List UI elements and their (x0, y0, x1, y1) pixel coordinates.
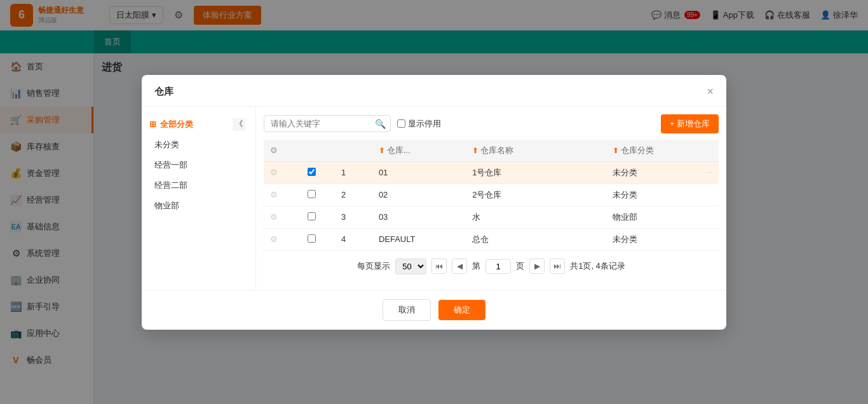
row-category-cell: 未分类 (606, 228, 719, 250)
tree-item-ops2[interactable]: 经营二部 (142, 175, 255, 196)
table-body: ⚙ 1 01 1号仓库 未分类··· ⚙ 2 02 2号仓库 未分类 ⚙ 3 0… (264, 161, 719, 250)
last-page-button[interactable]: ⏭ (550, 259, 565, 274)
table-row[interactable]: ⚙ 3 03 水 物业部 (264, 206, 719, 228)
page-input[interactable] (485, 259, 511, 274)
grid-icon: ⊞ (149, 119, 156, 129)
show-disabled-label[interactable]: 显示停用 (397, 118, 441, 130)
modal-title: 仓库 (154, 86, 173, 98)
row-checkbox[interactable] (308, 190, 316, 198)
th-check (301, 140, 335, 162)
search-icon[interactable]: 🔍 (375, 119, 386, 129)
row-name-cell: 水 (466, 206, 606, 228)
row-name-cell: 总仓 (466, 228, 606, 250)
table-header-row: ⚙ ⬆仓库... ⬆仓库名称 ⬆仓库分类 (264, 140, 719, 162)
row-name-cell: 1号仓库 (466, 161, 606, 184)
th-category[interactable]: ⬆仓库分类 (606, 140, 719, 162)
confirm-button[interactable]: 确定 (438, 300, 485, 320)
row-gear-cell[interactable]: ⚙ (264, 184, 301, 206)
row-num-cell: 4 (335, 228, 372, 250)
row-checkbox[interactable] (308, 212, 316, 220)
row-code-cell: DEFAULT (372, 228, 466, 250)
show-disabled-checkbox[interactable] (397, 119, 405, 128)
row-num-cell: 3 (335, 206, 372, 228)
row-num-cell: 2 (335, 184, 372, 206)
search-input[interactable] (264, 115, 391, 132)
row-checkbox-cell[interactable] (301, 184, 335, 206)
row-category-cell: 未分类··· (606, 161, 719, 184)
row-num-cell: 1 (335, 161, 372, 184)
row-checkbox-cell[interactable] (301, 161, 335, 184)
row-checkbox[interactable] (308, 168, 316, 176)
th-gear: ⚙ (264, 140, 301, 162)
row-checkbox-cell[interactable] (301, 228, 335, 250)
row-checkbox-cell[interactable] (301, 206, 335, 228)
pagination: 每页显示 50 ⏮ ◀ 第 页 ▶ ⏭ 共1页, 4条记录 (264, 251, 719, 282)
modal-body: ⊞ 全部分类 《 未分类 经营一部 经营二部 物业部 🔍 (142, 107, 726, 290)
row-gear-cell[interactable]: ⚙ (264, 161, 301, 184)
tree-all-category[interactable]: ⊞ 全部分类 《 (142, 114, 255, 135)
table-row[interactable]: ⚙ 4 DEFAULT 总仓 未分类 (264, 228, 719, 250)
row-more-btn[interactable]: ··· (705, 167, 712, 177)
tree-item-property[interactable]: 物业部 (142, 196, 255, 216)
row-checkbox[interactable] (308, 234, 316, 243)
page-size-select[interactable]: 50 (395, 259, 426, 274)
table-panel: 🔍 显示停用 + 新增仓库 ⚙ (256, 107, 726, 290)
prev-page-button[interactable]: ◀ (452, 259, 467, 274)
first-page-button[interactable]: ⏮ (431, 259, 447, 274)
tree-item-ops1[interactable]: 经营一部 (142, 155, 255, 175)
row-code-cell: 02 (372, 184, 466, 206)
warehouse-table: ⚙ ⬆仓库... ⬆仓库名称 ⬆仓库分类 (264, 140, 719, 251)
modal-overlay: 仓库 × ⊞ 全部分类 《 未分类 经营一部 经营二部 物业部 (0, 0, 868, 404)
row-gear-cell[interactable]: ⚙ (264, 206, 301, 228)
warehouse-modal: 仓库 × ⊞ 全部分类 《 未分类 经营一部 经营二部 物业部 (142, 75, 726, 330)
table-row[interactable]: ⚙ 2 02 2号仓库 未分类 (264, 184, 719, 206)
row-name-cell: 2号仓库 (466, 184, 606, 206)
table-row[interactable]: ⚙ 1 01 1号仓库 未分类··· (264, 161, 719, 184)
next-page-button[interactable]: ▶ (529, 259, 545, 274)
tree-panel: ⊞ 全部分类 《 未分类 经营一部 经营二部 物业部 (142, 107, 256, 290)
th-num (335, 140, 372, 162)
close-icon[interactable]: × (707, 85, 714, 98)
tree-collapse-button[interactable]: 《 (233, 118, 245, 131)
row-category-cell: 物业部 (606, 206, 719, 228)
row-category-cell: 未分类 (606, 184, 719, 206)
th-code[interactable]: ⬆仓库... (372, 140, 466, 162)
modal-header: 仓库 × (142, 75, 726, 107)
tree-item-unclassified[interactable]: 未分类 (142, 135, 255, 155)
modal-footer: 取消 确定 (142, 290, 726, 330)
table-toolbar: 🔍 显示停用 + 新增仓库 (264, 114, 719, 133)
add-warehouse-button[interactable]: + 新增仓库 (661, 114, 719, 133)
row-code-cell: 03 (372, 206, 466, 228)
row-code-cell: 01 (372, 161, 466, 184)
row-gear-cell[interactable]: ⚙ (264, 228, 301, 250)
cancel-button[interactable]: 取消 (383, 299, 431, 321)
th-name[interactable]: ⬆仓库名称 (466, 140, 606, 162)
search-wrap: 🔍 (264, 115, 391, 132)
